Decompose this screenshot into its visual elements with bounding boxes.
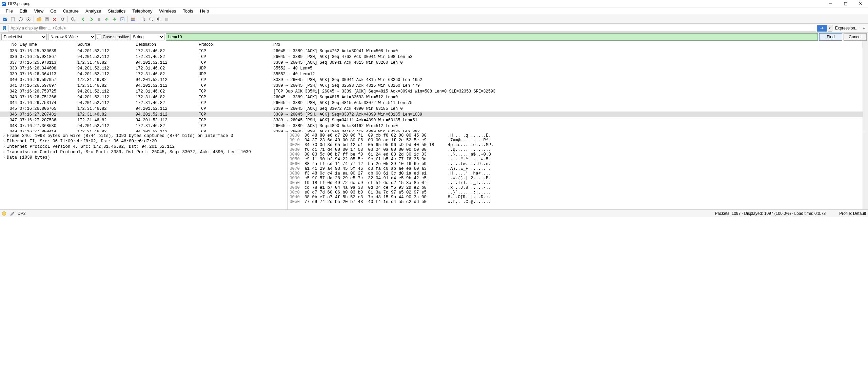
svg-line-31: [160, 20, 161, 21]
display-filter-input[interactable]: [8, 25, 816, 32]
restart-capture-icon[interactable]: [17, 16, 24, 23]
apply-filter-button[interactable]: [817, 25, 827, 32]
svg-rect-19: [131, 18, 135, 19]
col-dst[interactable]: Destination: [134, 41, 197, 48]
packet-row[interactable]: 34507:16:26.806765172.31.46.8294.201.52.…: [0, 106, 863, 111]
hex-row[interactable]: 0050e9 11 90 bf 94 22 05 5e 9c f1 b5 4c …: [288, 157, 863, 162]
resize-columns-icon[interactable]: [163, 16, 171, 23]
hex-row[interactable]: 004000 03 5c 06 b7 ff be f0 61 24 ed 83 …: [288, 152, 863, 157]
packet-row[interactable]: 33807:16:26.34460894.201.52.112172.31.46…: [0, 65, 863, 71]
col-src[interactable]: Source: [76, 41, 134, 48]
menu-wireless[interactable]: Wireless: [156, 8, 179, 14]
hex-row[interactable]: 00c0e0 c7 7d 60 06 b0 03 b0 81 3a 7c 97 …: [288, 190, 863, 195]
reload-file-icon[interactable]: [59, 16, 66, 23]
zoom-reset-icon[interactable]: 1: [155, 16, 163, 23]
minimize-button[interactable]: [823, 0, 838, 7]
start-capture-icon[interactable]: [1, 16, 9, 23]
hex-row[interactable]: 0030f6 d1 71 d4 00 00 17 03 03 04 0a 00 …: [288, 147, 863, 152]
packet-row[interactable]: 34607:16:27.207481172.31.46.8294.201.52.…: [0, 111, 863, 117]
packet-row[interactable]: 34007:16:26.597057172.31.46.8294.201.52.…: [0, 77, 863, 83]
close-file-icon[interactable]: [51, 16, 58, 23]
filter-history-dropdown[interactable]: ▾: [828, 25, 832, 32]
add-filter-button[interactable]: +: [861, 25, 867, 32]
menu-capture[interactable]: Capture: [60, 8, 82, 14]
detail-line[interactable]: ›Frame 346: 1093 bytes on wire (8744 bit…: [0, 133, 287, 139]
save-file-icon[interactable]: [43, 16, 51, 23]
hex-row[interactable]: 001004 37 23 6d 40 00 80 06 00 00 ac 1f …: [288, 138, 863, 143]
col-no[interactable]: No: [0, 41, 18, 48]
zoom-out-icon[interactable]: [147, 16, 155, 23]
find-input[interactable]: [166, 33, 818, 41]
maximize-button[interactable]: [838, 0, 853, 7]
packet-list-scrollbar[interactable]: [863, 41, 868, 132]
menu-tools[interactable]: Tools: [180, 8, 196, 14]
find-scope-select[interactable]: Packet list: [1, 34, 47, 40]
hex-row[interactable]: 00a0f9 18 ff 0d 49 72 6c c9 ef 5f 6c c2 …: [288, 181, 863, 185]
hex-row[interactable]: 00e077 d9 74 2c ba 20 b7 43 40 f4 1e c4 …: [288, 200, 863, 204]
hex-row[interactable]: 006088 fa ff cd 11 74 77 12 ba 2e 05 39 …: [288, 162, 863, 166]
detail-line[interactable]: ›Data (1039 bytes): [0, 155, 287, 160]
packet-row[interactable]: 33707:16:25.978113172.31.46.8294.201.52.…: [0, 60, 863, 65]
packet-row[interactable]: 34807:16:27.36853094.201.52.112172.31.46…: [0, 123, 863, 129]
edit-capture-icon[interactable]: [9, 211, 14, 216]
menu-go[interactable]: Go: [47, 8, 59, 14]
find-mode-select[interactable]: Narrow & Wide: [48, 34, 96, 40]
menu-telephony[interactable]: Telephony: [129, 8, 155, 14]
expert-info-icon[interactable]: [2, 211, 6, 216]
packet-row[interactable]: 33907:16:26.36411394.201.52.112172.31.46…: [0, 71, 863, 77]
hex-row[interactable]: 00b0cd 78 e1 b7 04 4a 9a 38 0d 04 ce f6 …: [288, 185, 863, 190]
menu-statistics[interactable]: Statistics: [105, 8, 129, 14]
menu-help[interactable]: Help: [197, 8, 212, 14]
cancel-button[interactable]: Cancel: [844, 33, 867, 41]
case-sensitive-checkbox[interactable]: Case sensitive: [97, 35, 129, 39]
detail-line[interactable]: ›Ethernet II, Src: 06:71:09:cb:f8:02, Ds…: [0, 139, 287, 144]
go-first-icon[interactable]: [103, 16, 111, 23]
stop-capture-icon[interactable]: [9, 16, 17, 23]
zoom-in-icon[interactable]: [140, 16, 147, 23]
expression-button[interactable]: Expression...: [833, 25, 861, 31]
detail-line[interactable]: ›Internet Protocol Version 4, Src: 172.3…: [0, 144, 287, 149]
menu-analyze[interactable]: Analyze: [82, 8, 104, 14]
hex-row[interactable]: 002034 70 0d 3d 65 bd 12 c1 05 65 95 96 …: [288, 143, 863, 147]
packet-row[interactable]: 34407:16:26.75317494.201.52.112172.31.46…: [0, 100, 863, 106]
menu-file[interactable]: File: [3, 8, 16, 14]
menu-view[interactable]: View: [31, 8, 46, 14]
bookmark-icon[interactable]: [1, 25, 7, 31]
hex-row[interactable]: 000006 48 80 e6 d7 20 06 71 09 cb f8 02 …: [288, 133, 863, 138]
svg-rect-21: [131, 20, 135, 21]
packet-row[interactable]: 34307:16:26.75136694.201.52.112172.31.46…: [0, 94, 863, 100]
find-type-select[interactable]: String: [131, 34, 164, 40]
go-forward-icon[interactable]: [87, 16, 95, 23]
status-profile[interactable]: Profile: Default: [839, 211, 866, 216]
packet-row[interactable]: 34107:16:26.597097172.31.46.8294.201.52.…: [0, 83, 863, 88]
go-to-packet-icon[interactable]: [95, 16, 103, 23]
col-proto[interactable]: Protocol: [197, 41, 272, 48]
close-button[interactable]: [853, 0, 868, 7]
detail-line[interactable]: ›Transmission Control Protocol, Src Port…: [0, 149, 287, 155]
hex-row[interactable]: 0090c5 9f 57 da 28 29 e5 7c 32 04 91 d4 …: [288, 176, 863, 181]
go-back-icon[interactable]: [80, 16, 87, 23]
capture-options-icon[interactable]: [25, 16, 32, 23]
packet-row[interactable]: 34907:16:27.809414172.31.46.8294.201.52.…: [0, 129, 863, 132]
find-button[interactable]: Find: [819, 33, 842, 41]
hex-row[interactable]: 00d038 0b e7 a7 4f 5b 52 e3 7c d8 15 9b …: [288, 195, 863, 200]
hex-row[interactable]: 0080f3 48 0c c4 1a ea 00 27 db 68 61 3c …: [288, 171, 863, 176]
svg-point-13: [71, 18, 74, 20]
packet-row[interactable]: 33507:16:25.93063994.201.52.112172.31.46…: [0, 48, 863, 54]
colorize-icon[interactable]: [129, 16, 137, 23]
col-info[interactable]: Info: [272, 41, 863, 48]
packet-row[interactable]: 34207:16:26.75072594.201.52.112172.31.46…: [0, 88, 863, 94]
hex-row[interactable]: 0070a1 41 29 a4 93 45 5f 46 d3 fa c0 ab …: [288, 166, 863, 171]
find-packet-icon[interactable]: [69, 16, 77, 23]
auto-scroll-icon[interactable]: [119, 16, 126, 23]
menu-edit[interactable]: Edit: [17, 8, 30, 14]
col-time[interactable]: Day Time: [18, 41, 76, 48]
packet-bytes[interactable]: 000006 48 80 e6 d7 20 06 71 09 cb f8 02 …: [288, 132, 863, 209]
svg-rect-2: [844, 2, 847, 5]
open-file-icon[interactable]: [35, 16, 43, 23]
packet-details[interactable]: ›Frame 346: 1093 bytes on wire (8744 bit…: [0, 132, 288, 209]
go-last-icon[interactable]: [111, 16, 118, 23]
packet-row[interactable]: 33607:16:25.93186794.201.52.112172.31.46…: [0, 54, 863, 60]
packet-row[interactable]: 34707:16:27.207536172.31.46.8294.201.52.…: [0, 117, 863, 123]
bytes-scrollbar[interactable]: [863, 132, 868, 209]
